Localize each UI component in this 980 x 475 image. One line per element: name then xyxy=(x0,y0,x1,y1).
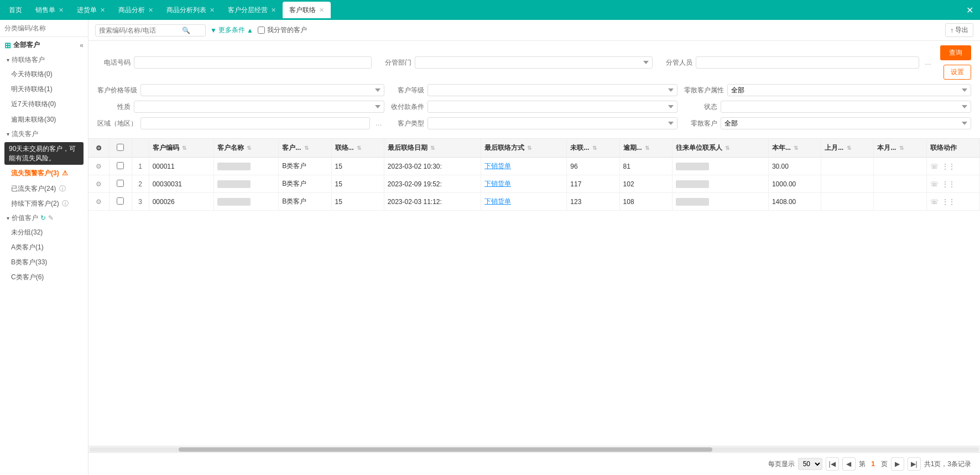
more-filters-btn[interactable]: ▼ 更多条件 ▲ xyxy=(210,25,253,35)
sidebar-item-class-c[interactable]: C类客户(6) xyxy=(0,270,88,285)
tab-customer-segment[interactable]: 客户分层经营 ✕ xyxy=(221,2,283,18)
tab-analysis-list[interactable]: 商品分析列表 ✕ xyxy=(160,2,221,18)
edit-icon[interactable]: ✎ xyxy=(48,214,54,222)
close-icon[interactable]: ✕ xyxy=(210,7,215,14)
last-method-link[interactable]: 下销货单 xyxy=(484,180,511,187)
value-group[interactable]: ▾ 价值客户 ↻ ✎ xyxy=(0,211,88,225)
last-method-link[interactable]: 下销货单 xyxy=(484,162,511,170)
sidebar-item-class-a[interactable]: A类客户(1) xyxy=(0,240,88,255)
tab-purchase[interactable]: 进货单 ✕ xyxy=(70,2,112,18)
sidebar-item-lost-warning[interactable]: 流失预警客户(3) ⚠ xyxy=(0,166,88,181)
level-col-header[interactable]: 客户... ⇅ xyxy=(279,139,331,158)
status-select[interactable] xyxy=(721,101,971,113)
checkbox-cell[interactable] xyxy=(109,175,132,193)
price-level-select[interactable] xyxy=(140,84,384,96)
select-all-checkbox[interactable] xyxy=(117,144,124,151)
checkbox-cell[interactable] xyxy=(109,193,132,211)
sidebar-item-overdue[interactable]: 逾期未联络(30) xyxy=(0,112,88,127)
region-input[interactable] xyxy=(140,117,370,129)
action-cell[interactable]: ☏ ⋮⋮ xyxy=(926,158,979,175)
gender-select[interactable] xyxy=(134,101,384,113)
last-method-col-header[interactable]: 最后联络方式 ⇅ xyxy=(481,139,567,158)
close-icon[interactable]: ✕ xyxy=(148,7,153,14)
my-customers-checkbox[interactable] xyxy=(258,27,265,34)
sidebar-item-lost-already[interactable]: 已流失客户(24) ⓘ xyxy=(0,181,88,196)
last-page-btn[interactable]: ▶| xyxy=(908,457,921,471)
all-customers-header[interactable]: ⊞ 全部客户 « xyxy=(0,37,88,53)
unlinked-col-header[interactable]: 未联... ⇅ xyxy=(567,139,619,158)
sidebar-item-7days[interactable]: 近7天待联络(0) xyxy=(0,97,88,112)
prev-page-btn[interactable]: ◀ xyxy=(842,457,856,471)
last-method-cell[interactable]: 下销货单 xyxy=(481,193,567,211)
close-icon[interactable]: ✕ xyxy=(271,7,276,14)
settings-col-header[interactable]: ⚙ xyxy=(88,139,109,158)
lost-group[interactable]: ▾ 流失客户 xyxy=(0,127,88,141)
this-month-col-header[interactable]: 本月... ⇅ xyxy=(874,139,926,158)
last-date-col-header[interactable]: 最后联络日期 ⇅ xyxy=(384,139,481,158)
unit-contact-col-header[interactable]: 往来单位联系人 ⇅ xyxy=(672,139,768,158)
last-method-cell[interactable]: 下销货单 xyxy=(481,158,567,175)
customer-level-select[interactable] xyxy=(428,84,678,96)
sidebar-item-tomorrow[interactable]: 明天待联络(1) xyxy=(0,82,88,97)
person-input[interactable] xyxy=(696,56,919,69)
export-btn[interactable]: ↑ 导出 xyxy=(945,23,973,37)
sidebar-search-input[interactable] xyxy=(4,24,87,32)
sidebar-item-class-b[interactable]: B类客户(33) xyxy=(0,255,88,270)
refresh-icon[interactable]: ↻ xyxy=(40,214,46,222)
this-year-col-header[interactable]: 本年... ⇅ xyxy=(768,139,821,158)
phone-input[interactable] xyxy=(134,56,372,69)
close-icon[interactable]: ✕ xyxy=(319,7,324,14)
row-checkbox[interactable] xyxy=(117,162,124,169)
dots-icon[interactable]: … xyxy=(922,59,934,66)
name-col-header[interactable]: 客户名称 ⇅ xyxy=(213,139,278,158)
overdue-col-header[interactable]: 逾期... ⇅ xyxy=(619,139,672,158)
settings-cell[interactable]: ⚙ xyxy=(88,193,109,211)
contact-col-header[interactable]: 联络... ⇅ xyxy=(331,139,384,158)
sidebar-item-ungrouped[interactable]: 未分组(32) xyxy=(0,225,88,240)
dots-icon[interactable]: … xyxy=(373,119,384,127)
phone-action-icon[interactable]: ☏ xyxy=(930,198,939,206)
first-page-btn[interactable]: |◀ xyxy=(826,457,839,471)
sidebar-item-declining[interactable]: 持续下滑客户(2) ⓘ xyxy=(0,196,88,211)
action-cell[interactable]: ☏ ⋮⋮ xyxy=(926,193,979,211)
zero-attr-select[interactable]: 全部 xyxy=(727,84,971,96)
code-col-header[interactable]: 客户编码 ⇅ xyxy=(149,139,213,158)
tab-home[interactable]: 首页 xyxy=(2,2,29,18)
last-month-col-header[interactable]: 上月... ⇅ xyxy=(821,139,874,158)
search-input[interactable] xyxy=(99,27,182,34)
settings-cell[interactable]: ⚙ xyxy=(88,175,109,193)
collapse-icon[interactable]: « xyxy=(80,41,84,49)
last-method-link[interactable]: 下销货单 xyxy=(484,197,511,205)
phone-action-icon[interactable]: ☏ xyxy=(930,163,939,170)
next-page-btn[interactable]: ▶ xyxy=(891,457,904,471)
action-cell[interactable]: ☏ ⋮⋮ xyxy=(926,175,979,193)
tab-analysis[interactable]: 商品分析 ✕ xyxy=(112,2,160,18)
horizontal-scrollbar[interactable] xyxy=(88,446,980,452)
dept-select[interactable] xyxy=(415,56,653,69)
more-action-icon[interactable]: ⋮⋮ xyxy=(942,180,955,188)
more-action-icon[interactable]: ⋮⋮ xyxy=(942,198,955,206)
sidebar-item-today[interactable]: 今天待联络(0) xyxy=(0,67,88,82)
customer-type-select[interactable] xyxy=(428,117,678,129)
scrollbar-thumb[interactable] xyxy=(179,447,712,452)
settings-button[interactable]: 设置 xyxy=(943,65,971,80)
row-checkbox[interactable] xyxy=(117,180,124,187)
close-window-icon[interactable]: ✕ xyxy=(966,5,978,15)
per-page-select[interactable]: 50 xyxy=(798,458,822,470)
checkbox-col-header[interactable] xyxy=(109,139,132,158)
pending-group[interactable]: ▾ 待联络客户 xyxy=(0,53,88,67)
more-action-icon[interactable]: ⋮⋮ xyxy=(942,163,955,170)
row-checkbox[interactable] xyxy=(117,197,124,205)
phone-action-icon[interactable]: ☏ xyxy=(930,180,939,188)
query-button[interactable]: 查询 xyxy=(940,45,971,60)
my-customers-checkbox-wrap[interactable]: 我分管的客户 xyxy=(258,25,307,35)
zero-customer-select[interactable]: 全部 xyxy=(721,117,971,129)
tab-customer-link[interactable]: 客户联络 ✕ xyxy=(283,2,331,18)
checkbox-cell[interactable] xyxy=(109,158,132,175)
settings-cell[interactable]: ⚙ xyxy=(88,158,109,175)
close-icon[interactable]: ✕ xyxy=(100,7,105,14)
tab-sales[interactable]: 销售单 ✕ xyxy=(29,2,70,18)
last-method-cell[interactable]: 下销货单 xyxy=(481,175,567,193)
payment-select[interactable] xyxy=(428,101,678,113)
close-icon[interactable]: ✕ xyxy=(59,7,64,14)
